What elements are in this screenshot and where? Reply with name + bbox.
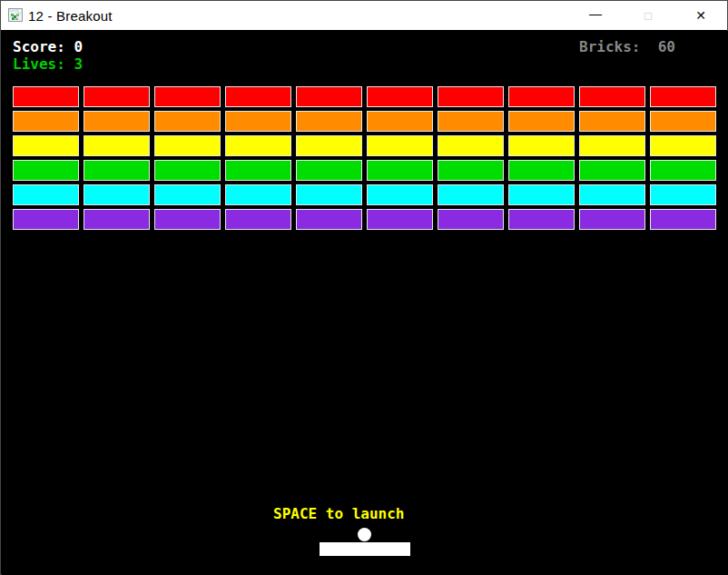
window-controls: — □ ✕ <box>569 1 727 30</box>
brick-row-purple-1 <box>13 209 79 230</box>
brick-row-orange-5 <box>296 111 362 132</box>
app-window: 12 - Breakout — □ ✕ Score: 0 Lives: 3 Br… <box>0 0 728 575</box>
brick-row-orange-6 <box>367 111 433 132</box>
brick-row-cyan-5 <box>296 184 362 205</box>
brick-row-green-4 <box>225 160 291 181</box>
lives-text: Lives: 3 <box>13 55 83 73</box>
window-title: 12 - Breakout <box>28 8 113 24</box>
brick-row-red-9 <box>579 86 645 107</box>
brick-row-cyan-6 <box>367 184 433 205</box>
brick-row-green-1 <box>13 160 79 181</box>
brick-row-cyan-2 <box>84 184 150 205</box>
brick-row-red-6 <box>367 86 433 107</box>
brick-row-cyan-1 <box>13 184 79 205</box>
brick-row-orange-2 <box>84 111 150 132</box>
brick-row-orange-8 <box>508 111 575 132</box>
brick-row-red-8 <box>508 86 575 107</box>
brick-row-yellow-10 <box>650 135 716 156</box>
brick-row-yellow-5 <box>296 135 362 156</box>
brick-row-green-9 <box>579 160 645 181</box>
brick-row-green-5 <box>296 160 362 181</box>
brick-row-orange-1 <box>13 111 79 132</box>
brick-row-cyan-10 <box>650 184 716 205</box>
bricks-count-text: Bricks: 60 <box>579 38 675 55</box>
brick-grid <box>13 86 716 230</box>
brick-row-orange-10 <box>650 111 716 132</box>
brick-row-red-3 <box>154 86 221 107</box>
brick-row-red-7 <box>438 86 504 107</box>
brick-row-yellow-3 <box>154 135 221 156</box>
brick-row-purple-3 <box>154 209 221 230</box>
brick-row-cyan-8 <box>508 184 575 205</box>
ball <box>358 528 371 541</box>
brick-row-red-4 <box>225 86 291 107</box>
paddle <box>320 542 410 556</box>
brick-row-purple-7 <box>438 209 504 230</box>
brick-row-red-1 <box>13 86 79 107</box>
maximize-button[interactable]: □ <box>622 1 674 30</box>
brick-row-green-2 <box>84 160 150 181</box>
close-button[interactable]: ✕ <box>674 1 727 30</box>
brick-row-yellow-4 <box>225 135 291 156</box>
brick-row-purple-10 <box>650 209 716 230</box>
brick-row-green-7 <box>438 160 504 181</box>
minimize-icon: — <box>589 7 602 20</box>
maximize-icon: □ <box>644 10 652 22</box>
brick-row-cyan-9 <box>579 184 645 205</box>
brick-row-purple-5 <box>296 209 362 230</box>
brick-row-yellow-8 <box>508 135 575 156</box>
brick-row-red-5 <box>296 86 362 107</box>
brick-row-orange-4 <box>225 111 291 132</box>
brick-row-cyan-3 <box>154 184 221 205</box>
brick-row-yellow-6 <box>367 135 433 156</box>
brick-row-yellow-1 <box>13 135 79 156</box>
brick-row-cyan-7 <box>438 184 504 205</box>
game-canvas[interactable]: Score: 0 Lives: 3 Bricks: 60 SPACE to la… <box>2 31 728 575</box>
brick-row-purple-9 <box>579 209 645 230</box>
brick-row-yellow-2 <box>84 135 150 156</box>
brick-row-purple-2 <box>84 209 150 230</box>
brick-row-purple-8 <box>508 209 575 230</box>
close-icon: ✕ <box>695 9 706 22</box>
brick-row-green-10 <box>650 160 716 181</box>
app-icon <box>8 8 23 23</box>
brick-row-orange-3 <box>154 111 221 132</box>
launch-hint-text: SPACE to launch <box>273 505 405 522</box>
minimize-button[interactable]: — <box>569 1 622 30</box>
brick-row-red-10 <box>650 86 716 107</box>
brick-row-purple-4 <box>225 209 291 230</box>
brick-row-orange-9 <box>579 111 645 132</box>
titlebar[interactable]: 12 - Breakout — □ ✕ <box>1 1 727 30</box>
brick-row-green-6 <box>367 160 433 181</box>
brick-row-yellow-9 <box>579 135 645 156</box>
brick-row-cyan-4 <box>225 184 291 205</box>
brick-row-orange-7 <box>438 111 504 132</box>
brick-row-yellow-7 <box>438 135 504 156</box>
brick-row-green-8 <box>508 160 575 181</box>
brick-row-green-3 <box>154 160 221 181</box>
brick-row-purple-6 <box>367 209 433 230</box>
brick-row-red-2 <box>84 86 150 107</box>
score-text: Score: 0 <box>13 38 83 55</box>
